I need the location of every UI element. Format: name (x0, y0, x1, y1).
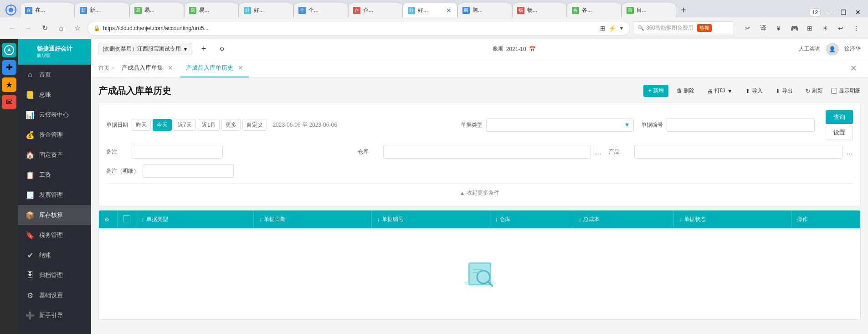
panel-close-button[interactable]: ✕ (847, 63, 861, 73)
app-icon-main[interactable] (2, 43, 16, 57)
print-dropdown[interactable]: 🖨 🖨 打印 打印 ▼ (703, 85, 737, 97)
tab-1[interactable]: 在 在... (20, 3, 75, 17)
undo-icon[interactable]: ↩ (834, 22, 847, 35)
sidebar-item-invoice[interactable]: 🧾 发票管理 (18, 185, 91, 205)
breadcrumb-list-close[interactable]: ✕ (168, 64, 173, 72)
date-btn-today[interactable]: 今天 (153, 119, 172, 131)
tab-11[interactable]: 各 各... (567, 3, 621, 17)
browser-toolbar-icons: ✂ 译 ¥ 🎮 ⊞ ☀ ↩ ⋮ (741, 22, 863, 35)
tab-7[interactable]: 企 企... (348, 3, 403, 17)
sidebar-item-fixed-assets[interactable]: 🏠 固定资产 (18, 145, 91, 165)
add-org-button[interactable]: + (198, 43, 210, 55)
sidebar-item-ledger[interactable]: 📒 总账 (18, 85, 91, 105)
bolt-icon[interactable]: ⚡ (608, 25, 616, 32)
th-check[interactable] (117, 211, 136, 228)
warehouse-more-btn[interactable]: ... (595, 147, 601, 157)
date-btn-yesterday[interactable]: 昨天 (132, 119, 151, 131)
refresh-button[interactable]: ↻ (38, 22, 51, 35)
address-dropdown-icon[interactable]: ▼ (619, 25, 624, 31)
date-btn-custom[interactable]: 自定义 (242, 119, 267, 131)
th-doc-status[interactable]: ↕ 单据状态 (673, 211, 791, 228)
scissors-icon[interactable]: ✂ (741, 22, 754, 35)
app-icon-email[interactable]: ✉ (2, 95, 16, 109)
sidebar-item-funds[interactable]: 💰 资金管理 (18, 125, 91, 145)
forward-button[interactable]: → (22, 22, 35, 35)
display-detail-checkbox[interactable] (831, 88, 837, 94)
translate-icon[interactable]: 译 (757, 22, 770, 35)
yuan-icon[interactable]: ¥ (772, 22, 785, 35)
collapse-button[interactable]: ▲ 收起更多条件 (106, 187, 853, 199)
sidebar-item-payroll[interactable]: 📋 工资 (18, 165, 91, 185)
sidebar-item-home[interactable]: ⌂ 首页 (18, 65, 91, 85)
import-button[interactable]: ⬆ 导入 (741, 85, 767, 97)
tab-3[interactable]: 易 易... (129, 3, 184, 17)
th-gear[interactable]: ⚙ (99, 211, 117, 228)
detail-remark-input[interactable] (143, 164, 234, 178)
th-total-cost[interactable]: ↕ 总成本 (573, 211, 673, 228)
app-icon-star[interactable]: ★ (2, 77, 16, 92)
warehouse-input[interactable] (383, 145, 591, 159)
sidebar-item-cloud-report[interactable]: 📊 云报表中心 (18, 105, 91, 125)
export-button[interactable]: ⬇ 导出 (771, 85, 797, 97)
topbar-settings-button[interactable]: ⚙ (215, 44, 229, 55)
home-button[interactable]: ⌂ (55, 22, 67, 35)
sidebar-item-basic[interactable]: ⚙ 基础设置 (18, 285, 91, 305)
print-button[interactable]: 🖨 🖨 打印 打印 ▼ (703, 85, 737, 97)
remark-input[interactable] (132, 145, 223, 159)
th-doc-date[interactable]: ↕ 单据日期 (254, 211, 372, 228)
breadcrumb-history-close[interactable]: ✕ (238, 64, 243, 72)
game-icon[interactable]: 🎮 (788, 22, 801, 35)
th-doc-no[interactable]: ↕ 单据编号 (371, 211, 489, 228)
tab-8[interactable]: 好 好... ✕ (403, 3, 457, 17)
refresh-page-button[interactable]: ↻ 刷新 (801, 85, 827, 97)
360-search-box[interactable]: 🔍 360智能抠图免费用 热搜 (634, 21, 734, 35)
back-button[interactable]: ← (5, 22, 18, 35)
org-select[interactable]: (勿删勿禁用）江西服宝测试专用 ▼ (98, 43, 192, 55)
tab-bar-right: 12 — ❐ ✕ (808, 7, 864, 17)
add-button[interactable]: + 新增 (643, 85, 668, 97)
query-button[interactable]: 查询 (826, 110, 853, 124)
address-input[interactable]: 🔒 https://cloud.chanjet.com/accounting/u… (87, 21, 630, 36)
grid-icon[interactable]: ⊞ (600, 25, 606, 32)
date-btn-month[interactable]: 近1月 (198, 119, 220, 131)
date-btn-7days[interactable]: 近7天 (174, 119, 196, 131)
date-btn-more[interactable]: 更多 (221, 119, 241, 131)
more-browser-icon[interactable]: ⋮ (850, 22, 863, 35)
breadcrumb-tab-list[interactable]: 产成品入库单集 ✕ (116, 59, 179, 77)
doc-type-select[interactable]: ▼ (486, 118, 634, 132)
settings-query-button[interactable]: 设置 (826, 126, 853, 139)
bookmark-button[interactable]: ☆ (71, 22, 84, 35)
tab-9[interactable]: 腾 腾... (457, 3, 512, 17)
sun-icon[interactable]: ☀ (819, 22, 832, 35)
sidebar-item-guide[interactable]: ➕ 新手引导 (18, 305, 91, 325)
tab-6[interactable]: 个 个... (293, 3, 348, 17)
doc-no-input[interactable] (667, 118, 815, 132)
tab-8-close[interactable]: ✕ (445, 7, 452, 14)
display-detail-label[interactable]: 显示明细 (831, 87, 861, 95)
sidebar-item-tax[interactable]: 🔖 税务管理 (18, 225, 91, 245)
sidebar-item-settle[interactable]: ✔ 结账 (18, 245, 91, 265)
ai-consult-link[interactable]: 人工咨询 (799, 45, 821, 53)
tab-4[interactable]: 易 易... (184, 3, 239, 17)
tab-10[interactable]: 畅 畅... (512, 3, 567, 17)
th-doc-type[interactable]: ↕ 单据类型 (136, 211, 254, 228)
calendar-icon[interactable]: 📅 (529, 46, 536, 52)
th-warehouse[interactable]: ↕ 仓库 (489, 211, 573, 228)
new-tab-button[interactable]: + (676, 3, 691, 17)
app-icon-blue[interactable]: ✚ (2, 60, 16, 75)
close-window-button[interactable]: ✕ (852, 7, 864, 17)
breadcrumb-home[interactable]: 首页 (98, 64, 109, 72)
grid2-icon[interactable]: ⊞ (803, 22, 816, 35)
breadcrumb-tab-history[interactable]: 产成品入库单历史 ✕ (180, 59, 249, 77)
select-all-checkbox[interactable] (123, 215, 130, 222)
sidebar-item-inventory[interactable]: 📦 库存核算 (18, 205, 91, 225)
tab-12[interactable]: 目 目... (621, 3, 676, 17)
minimize-button[interactable]: — (822, 7, 835, 17)
delete-button[interactable]: 🗑 删除 (672, 85, 699, 97)
sidebar-item-archive[interactable]: 🗄 归档管理 (18, 265, 91, 285)
tab-5[interactable]: 好 好... (239, 3, 293, 17)
tab-2[interactable]: 新 新... (75, 3, 129, 17)
product-more-btn[interactable]: ... (846, 147, 853, 157)
maximize-button[interactable]: ❐ (837, 7, 850, 17)
product-input[interactable] (634, 145, 842, 159)
